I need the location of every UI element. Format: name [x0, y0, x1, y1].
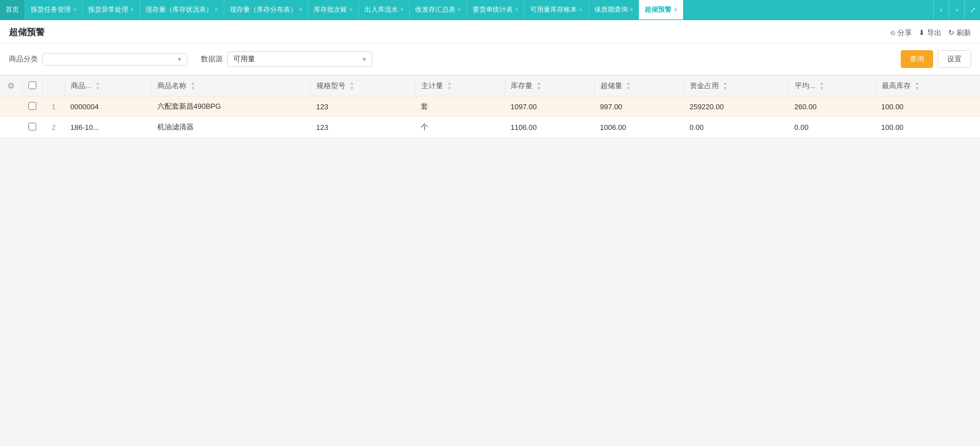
nav-tab-pick-error-close[interactable]: ×: [131, 7, 134, 13]
nav-tab-avail-stock-label: 可用量库存账本: [530, 5, 577, 14]
nav-tab-avail-stock[interactable]: 可用量库存账本 ×: [525, 0, 589, 20]
th-capital[interactable]: 资金占用 ▲▼: [684, 76, 789, 96]
td-stock-0: 1097.00: [505, 96, 594, 117]
nav-tab-inout-flow-label: 出入库流水: [364, 5, 398, 14]
nav-tab-avail-stock-close[interactable]: ×: [579, 7, 583, 13]
category-select[interactable]: ▾: [42, 53, 188, 66]
nav-arrows-container: ‹ › ⤢: [933, 0, 980, 20]
settings-button[interactable]: 设置: [938, 50, 971, 68]
nav-tab-stock-status[interactable]: 现存量（库存状况表） ×: [140, 0, 224, 20]
td-product-name-1: 机油滤清器: [152, 117, 311, 138]
nav-next-button[interactable]: ›: [949, 0, 964, 20]
td-rownum-0: 1: [42, 96, 65, 117]
td-max-stock-0: 100.00: [876, 96, 980, 117]
nav-tab-stock-dist-close[interactable]: ×: [299, 7, 302, 13]
refresh-icon: ↻: [948, 28, 954, 37]
nav-tab-recv-summary-label: 收发存汇总表: [415, 5, 455, 14]
th-stock[interactable]: 库存量 ▲▼: [505, 76, 594, 96]
td-checkbox-1: [22, 117, 42, 138]
td-product-code-0: 0000004: [65, 96, 152, 117]
th-spec[interactable]: 规格型号 ▲▼: [310, 76, 415, 96]
nav-tab-stock-batch[interactable]: 库存批次账 ×: [308, 0, 359, 20]
main-content: 超储预警 ⎋ 分享 ⬇ 导出 ↻ 刷新 商品分类 ▾ 数据源: [0, 20, 980, 138]
export-label: 导出: [927, 28, 941, 38]
nav-tab-overstock-close[interactable]: ×: [674, 7, 677, 13]
td-settings-1: [0, 117, 22, 138]
nav-tab-pick-task[interactable]: 拣货任务管理 ×: [25, 0, 83, 20]
page-header: 超储预警 ⎋ 分享 ⬇ 导出 ↻ 刷新: [0, 20, 980, 43]
nav-tab-pick-error[interactable]: 拣货异常处理 ×: [83, 0, 140, 20]
th-unit[interactable]: 主计量 ▲▼: [415, 76, 505, 96]
datasource-filter-item: 数据源 可用量 ▾: [201, 51, 372, 67]
th-max-stock[interactable]: 最高库存 ▲▼: [876, 76, 980, 96]
nav-tab-home[interactable]: 首页: [0, 0, 25, 20]
th-row-num: [42, 76, 65, 96]
nav-tab-overstock[interactable]: 超储预警 ×: [639, 0, 683, 20]
header-actions: ⎋ 分享 ⬇ 导出 ↻ 刷新: [891, 28, 971, 38]
nav-tab-stock-dist-label: 现存量（库存分布表）: [230, 5, 297, 14]
th-product-name[interactable]: 商品名称 ▲▼: [152, 76, 311, 96]
nav-prev-button[interactable]: ‹: [933, 0, 949, 20]
query-button[interactable]: 查询: [901, 50, 933, 68]
td-stock-1: 1106.00: [505, 117, 594, 138]
nav-tab-req-stats[interactable]: 要货单统计表 ×: [467, 0, 525, 20]
filter-actions: 查询 设置: [901, 50, 971, 68]
row-checkbox-0[interactable]: [28, 102, 36, 110]
datasource-select[interactable]: 可用量 ▾: [227, 51, 372, 67]
refresh-label: 刷新: [957, 28, 971, 38]
nav-tab-overstock-label: 超储预警: [645, 5, 671, 14]
select-all-checkbox[interactable]: [28, 81, 36, 89]
td-unit-0: 套: [415, 96, 505, 117]
category-dropdown-icon: ▾: [178, 56, 181, 63]
td-rownum-1: 2: [42, 117, 65, 138]
nav-tab-recv-summary[interactable]: 收发存汇总表 ×: [410, 0, 467, 20]
td-avg-0: 260.00: [789, 96, 876, 117]
td-checkbox-0: [22, 96, 42, 117]
nav-tab-inout-flow[interactable]: 出入库流水 ×: [359, 0, 410, 20]
nav-tab-stock-dist[interactable]: 现存量（库存分布表） ×: [224, 0, 309, 20]
table-container: ⚙ 商品... ▲▼ 商品名称 ▲▼ 规格型号: [0, 75, 980, 138]
th-avg[interactable]: 平均... ▲▼: [789, 76, 876, 96]
share-label: 分享: [897, 28, 912, 38]
td-unit-1: 个: [415, 117, 505, 138]
nav-tab-stock-status-label: 现存量（库存状况表）: [146, 5, 213, 14]
nav-tab-pick-task-label: 拣货任务管理: [31, 5, 71, 14]
td-settings-0: [0, 96, 22, 117]
column-settings-icon[interactable]: ⚙: [7, 81, 15, 90]
table-row: 1 0000004 六配套新昌490BPG 123 套 1097.00 997.…: [0, 96, 980, 117]
category-filter-item: 商品分类 ▾: [9, 53, 188, 66]
refresh-action[interactable]: ↻ 刷新: [948, 28, 971, 38]
datasource-select-value: 可用量: [233, 54, 255, 64]
nav-tab-stock-status-close[interactable]: ×: [215, 7, 218, 13]
top-navigation: 首页 拣货任务管理 × 拣货异常处理 × 现存量（库存状况表） × 现存量（库存…: [0, 0, 980, 20]
th-overstock[interactable]: 超储量 ▲▼: [594, 76, 684, 96]
filter-bar: 商品分类 ▾ 数据源 可用量 ▾ 查询 设置: [0, 43, 980, 75]
nav-tab-req-stats-label: 要货单统计表: [473, 5, 513, 14]
td-capital-0: 259220.00: [684, 96, 789, 117]
nav-tab-inout-flow-close[interactable]: ×: [400, 7, 403, 13]
td-capital-1: 0.00: [684, 117, 789, 138]
nav-tab-pick-error-label: 拣货异常处理: [88, 5, 128, 14]
td-max-stock-1: 100.00: [876, 117, 980, 138]
datasource-filter-label: 数据源: [201, 54, 223, 64]
export-action[interactable]: ⬇ 导出: [919, 28, 941, 38]
th-settings: ⚙: [0, 76, 22, 96]
nav-tab-req-stats-close[interactable]: ×: [515, 7, 518, 13]
td-spec-1: 123: [310, 117, 415, 138]
table-body: 1 0000004 六配套新昌490BPG 123 套 1097.00 997.…: [0, 96, 980, 138]
nav-tab-shelf-life-close[interactable]: ×: [630, 7, 633, 13]
th-product-code[interactable]: 商品... ▲▼: [65, 76, 152, 96]
nav-tab-pick-task-close[interactable]: ×: [73, 7, 76, 13]
nav-tab-stock-batch-label: 库存批次账: [314, 5, 347, 14]
nav-expand-button[interactable]: ⤢: [964, 0, 980, 20]
category-filter-label: 商品分类: [9, 54, 38, 64]
nav-tab-stock-batch-close[interactable]: ×: [349, 7, 353, 13]
th-checkbox: [22, 76, 42, 96]
share-action[interactable]: ⎋ 分享: [891, 28, 912, 38]
td-avg-1: 0.00: [789, 117, 876, 138]
nav-tab-recv-summary-close[interactable]: ×: [458, 7, 461, 13]
table-row: 2 186-10... 机油滤清器 123 个 1106.00 1006.00 …: [0, 117, 980, 138]
row-checkbox-1[interactable]: [28, 123, 36, 130]
nav-tab-shelf-life[interactable]: 保质期查询 ×: [589, 0, 640, 20]
table-header-row: ⚙ 商品... ▲▼ 商品名称 ▲▼ 规格型号: [0, 76, 980, 96]
